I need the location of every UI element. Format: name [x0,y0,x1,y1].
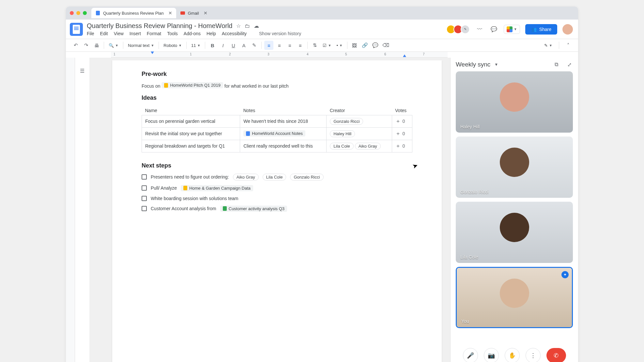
linked-doc-chip[interactable]: HomeWorld Account Notes [243,130,305,137]
menu-help[interactable]: Help [207,31,216,36]
more-options-button[interactable]: ⋮ [526,348,541,362]
person-chip[interactable]: Lila Cole [263,174,286,181]
bold-icon[interactable]: B [208,41,217,50]
vote-button[interactable]: ＋0 [395,118,405,125]
share-button[interactable]: 👥 Share [525,24,557,35]
table-row[interactable]: Focus on perennial garden vertical We ha… [142,115,412,127]
tab-gmail[interactable]: Gmail ✕ [176,8,254,18]
task-item[interactable]: Pull/ Analyze Home & Garden Campaign Dat… [142,185,412,191]
collaborator-avatars[interactable]: ✎ [448,25,470,34]
menu-format[interactable]: Format [147,31,161,36]
person-chip[interactable]: Aiko Gray [233,174,259,181]
vertical-ruler[interactable] [66,58,75,362]
person-chip[interactable]: Lila Cole [330,143,354,150]
bulleted-list-icon[interactable]: •▼ [334,43,344,48]
print-icon[interactable]: 🖶 [92,41,101,50]
person-chip[interactable]: Aiko Gray [355,143,381,150]
meet-present-button[interactable]: ▼ [504,25,520,34]
avatar-overflow[interactable]: ✎ [461,25,470,34]
chevron-down-icon[interactable]: ▼ [494,62,498,67]
task-checklist[interactable]: Presenters need to figure out ordering: … [142,174,412,212]
checkbox[interactable] [142,174,147,180]
horizontal-ruler[interactable]: 1 1 2 3 4 5 6 7 [111,52,448,58]
menu-edit[interactable]: Edit [100,31,108,36]
zoom-dropdown[interactable]: 🔍▼ [107,43,120,48]
document-canvas[interactable]: Pre-work Focus on HomeWorld Pitch Q1 201… [89,58,450,362]
editing-mode-dropdown[interactable]: ✎▼ [542,43,554,48]
docs-app-icon[interactable] [70,23,83,36]
heading-prework[interactable]: Pre-work [142,71,412,78]
right-indent-marker-icon[interactable] [403,54,406,57]
end-call-button[interactable]: ✆ [546,348,566,362]
indent-marker-icon[interactable] [151,51,154,54]
mute-mic-button[interactable]: 🎤 [463,348,478,362]
linked-slides-chip[interactable]: Home & Garden Campaign Data [181,185,253,191]
linked-sheet-chip[interactable]: Customer activity analysis Q3 [220,206,287,212]
maximize-window[interactable] [83,11,87,15]
linked-doc-chip[interactable]: HomeWorld Pitch Q1 2019 [161,82,223,88]
video-tile[interactable]: Lila Cole [456,202,573,263]
heading-ideas[interactable]: Ideas [142,94,412,101]
menu-addons[interactable]: Add-ons [184,31,201,36]
heading-nextsteps[interactable]: Next steps [142,162,412,169]
person-chip[interactable]: Haley Hill [330,130,355,137]
font-size-dropdown[interactable]: 11▼ [189,43,202,48]
insert-link-icon[interactable]: 🔗 [360,41,370,50]
person-chip[interactable]: Gonzalo Ricci [290,174,323,181]
checkbox[interactable] [142,196,147,201]
raise-hand-button[interactable]: ✋ [505,348,520,362]
person-chip[interactable]: Gonzalo Ricci [330,118,363,125]
collapse-toolbar-icon[interactable]: ˄ [564,41,573,50]
menu-accessibility[interactable]: Accessibility [222,31,247,36]
undo-icon[interactable]: ↶ [71,41,80,50]
version-history-link[interactable]: Show version history [259,31,301,36]
paragraph-style-dropdown[interactable]: Normal text▼ [126,43,156,48]
line-spacing-icon[interactable]: ⇅ [310,41,319,50]
italic-icon[interactable]: I [218,41,227,50]
minimize-window[interactable] [76,11,80,15]
menu-tools[interactable]: Tools [167,31,178,36]
activity-icon[interactable]: 〰 [475,25,484,34]
ideas-table[interactable]: Name Notes Creator Votes Focus on perenn… [142,106,412,152]
popout-icon[interactable]: ⤢ [566,61,573,68]
meet-title[interactable]: Weekly sync [456,61,490,68]
comments-icon[interactable]: 💬 [489,25,498,34]
task-item[interactable]: Presenters need to figure out ordering: … [142,174,412,181]
menu-file[interactable]: File [87,31,94,36]
insert-image-icon[interactable]: 🖼 [350,41,359,50]
checklist-icon[interactable]: ☑▼ [321,43,333,48]
pinned-icon[interactable]: ✦ [561,271,569,278]
close-window[interactable] [70,11,74,15]
outline-toggle-icon[interactable]: ☰ [78,67,86,75]
font-dropdown[interactable]: Roboto▼ [161,43,184,48]
underline-icon[interactable]: U [229,41,238,50]
highlight-icon[interactable]: ✎ [250,41,259,50]
document-title[interactable]: Quarterly Business Review Planning - Hom… [87,22,232,30]
align-justify-icon[interactable]: ≡ [296,41,305,50]
redo-icon[interactable]: ↷ [82,41,91,50]
video-tile[interactable]: Gonzalo Ricci [456,137,573,198]
vote-button[interactable]: ＋0 [395,143,405,150]
add-comment-icon[interactable]: 💬 [371,41,380,50]
task-item[interactable]: Customer Account analysis from Customer … [142,206,412,212]
task-item[interactable]: White boarding session with solutions te… [142,196,412,201]
prework-line[interactable]: Focus on HomeWorld Pitch Q1 2019 for wha… [142,82,412,89]
tab-close-icon[interactable]: ✕ [168,10,172,16]
checkbox[interactable] [142,206,147,211]
move-folder-icon[interactable]: 🗀 [245,23,250,29]
align-left-icon[interactable]: ≡ [264,41,273,50]
vote-button[interactable]: ＋0 [395,130,405,137]
toggle-camera-button[interactable]: 📷 [484,348,499,362]
checkbox[interactable] [142,185,147,191]
video-tile-self[interactable]: ✦ You [456,267,573,328]
table-row[interactable]: Regional breakdown and targets for Q1 Cl… [142,140,412,152]
document-page[interactable]: Pre-work Focus on HomeWorld Pitch Q1 201… [112,60,442,362]
clear-formatting-icon[interactable]: ⌫ [381,41,391,50]
picture-in-picture-icon[interactable]: ⧉ [553,61,560,68]
align-center-icon[interactable]: ≡ [275,41,284,50]
video-tile[interactable]: Haley Hill [456,71,573,133]
table-row[interactable]: Revisit the initial story we put togethe… [142,127,412,140]
star-icon[interactable]: ☆ [236,23,241,29]
account-avatar[interactable] [562,24,573,35]
menu-view[interactable]: View [114,31,124,36]
